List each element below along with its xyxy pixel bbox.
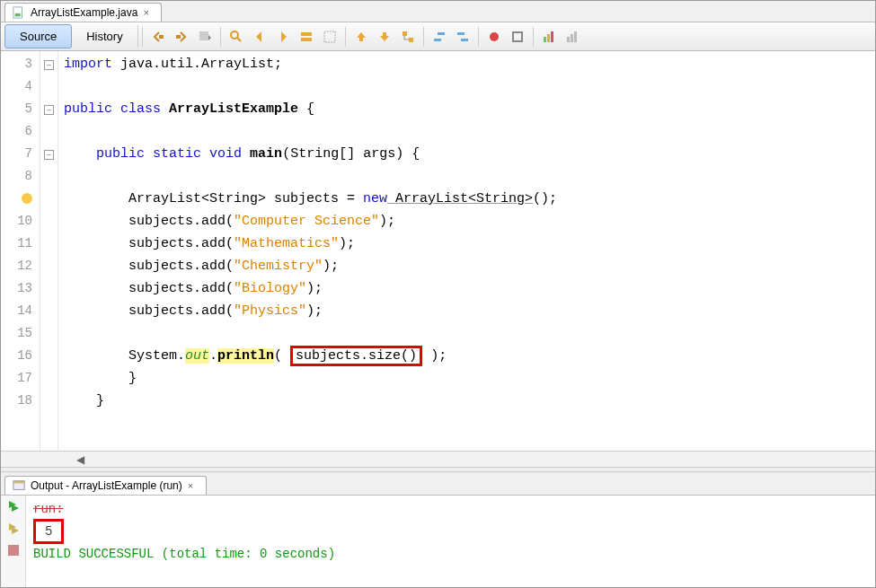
line-number: 5 — [1, 98, 32, 120]
svg-rect-25 — [567, 37, 570, 42]
line-number: 16 — [1, 345, 32, 367]
code-text: ); — [379, 214, 395, 229]
lightbulb-icon[interactable] — [22, 193, 32, 204]
svg-rect-4 — [199, 31, 208, 40]
code-text: subjects.add( — [128, 236, 234, 251]
fold-toggle-icon[interactable]: − — [44, 60, 54, 70]
keyword: class — [120, 101, 161, 117]
rerun-alt-icon[interactable] — [6, 522, 21, 539]
svg-rect-13 — [409, 38, 413, 42]
java-file-icon — [13, 6, 25, 19]
file-tab-label: ArrayListExample.java — [31, 6, 137, 19]
dropdown-icon[interactable] — [194, 26, 216, 48]
keyword: import — [64, 57, 112, 72]
file-tab[interactable]: ArrayListExample.java × — [4, 3, 162, 22]
svg-rect-18 — [457, 32, 465, 35]
horizontal-scrollbar[interactable]: ◀ — [1, 451, 875, 467]
record-icon[interactable] — [483, 26, 505, 48]
line-number: 12 — [1, 255, 32, 277]
up-icon[interactable] — [350, 26, 372, 48]
svg-rect-10 — [359, 38, 363, 41]
bars-colored-icon[interactable] — [538, 26, 560, 48]
field-ref: out — [185, 348, 209, 364]
tree-icon[interactable] — [397, 26, 419, 48]
fold-toggle-icon[interactable]: − — [44, 105, 54, 115]
highlighted-expression: subjects.size() — [290, 346, 422, 366]
fold-gutter: − − − — [40, 51, 58, 451]
code-text: ); — [306, 281, 323, 296]
stop-run-icon[interactable] — [7, 544, 20, 559]
keyword: void — [209, 146, 242, 162]
line-number: 10 — [1, 210, 32, 233]
highlight-icon[interactable] — [296, 26, 317, 48]
forward-icon[interactable] — [171, 26, 192, 48]
output-console[interactable]: run: 5 BUILD SUCCESSFUL (total time: 0 s… — [26, 496, 875, 587]
history-tab[interactable]: History — [72, 25, 137, 48]
string-literal: "Chemistry" — [234, 259, 323, 274]
source-tab[interactable]: Source — [4, 24, 72, 48]
svg-rect-30 — [8, 545, 19, 556]
code-text: ArrayList<String> subjects = — [128, 191, 363, 206]
string-literal: "Mathematics" — [234, 236, 339, 251]
toolbar-separator — [220, 27, 221, 47]
close-output-icon[interactable]: × — [188, 480, 199, 491]
selection-icon[interactable] — [319, 26, 341, 48]
line-number: 15 — [1, 322, 32, 345]
code-text: subjects.add( — [128, 281, 234, 296]
line-number: 3 — [1, 53, 32, 75]
code-area[interactable]: import java.util.ArrayList; public class… — [58, 51, 875, 451]
next-match-icon[interactable] — [272, 26, 294, 48]
toolbar-separator — [142, 27, 143, 47]
toolbar-separator — [478, 27, 479, 47]
line-number: 11 — [1, 233, 32, 255]
string-literal: "Physics" — [234, 303, 306, 319]
svg-rect-29 — [13, 481, 24, 484]
shift-right-icon[interactable] — [452, 26, 473, 48]
prev-match-icon[interactable] — [249, 26, 270, 48]
code-text: System. — [128, 348, 185, 364]
output-body: run: 5 BUILD SUCCESSFUL (total time: 0 s… — [1, 496, 875, 587]
svg-rect-21 — [513, 32, 522, 41]
close-tab-icon[interactable]: × — [143, 7, 154, 18]
svg-rect-26 — [571, 34, 573, 42]
svg-line-6 — [237, 38, 241, 41]
output-line: BUILD SUCCESSFUL (total time: 0 seconds) — [33, 544, 868, 564]
string-literal: "Computer Science" — [234, 214, 379, 229]
output-panel: Output - ArrayListExample (run) × run: 5… — [1, 472, 875, 587]
svg-rect-27 — [574, 31, 577, 42]
fold-toggle-icon[interactable]: − — [44, 150, 54, 160]
output-line: run: — [33, 499, 868, 519]
line-number: 7 — [1, 143, 32, 165]
toolbar-separator — [423, 27, 424, 47]
code-editor[interactable]: 3 4 5 6 7 8 10 11 12 13 14 15 16 17 18 −… — [1, 51, 875, 451]
keyword: static — [153, 146, 201, 162]
line-number: 14 — [1, 300, 32, 322]
scroll-left-icon[interactable]: ◀ — [76, 453, 84, 466]
output-tab-bar: Output - ArrayListExample (run) × — [1, 472, 875, 496]
svg-rect-23 — [547, 34, 550, 42]
svg-rect-11 — [383, 32, 386, 36]
method-name: main — [250, 146, 282, 162]
line-number: 18 — [1, 390, 32, 412]
rerun-icon[interactable] — [6, 499, 21, 516]
svg-rect-22 — [544, 37, 546, 42]
stop-icon[interactable] — [507, 26, 528, 48]
editor-toolbar: Source History — [1, 22, 875, 51]
keyword: public — [96, 146, 145, 162]
shift-left-icon[interactable] — [429, 26, 450, 48]
down-icon[interactable] — [374, 26, 395, 48]
back-icon[interactable] — [147, 26, 169, 48]
keyword: public — [64, 101, 112, 117]
toolbar-separator — [533, 27, 534, 47]
code-text: ); — [422, 348, 447, 364]
code-text: ); — [323, 259, 339, 274]
svg-point-5 — [231, 31, 238, 39]
svg-rect-24 — [551, 31, 553, 42]
output-icon — [13, 479, 25, 492]
svg-rect-3 — [176, 35, 181, 39]
find-icon[interactable] — [226, 26, 247, 48]
code-text: . — [209, 348, 217, 364]
code-text: ( — [274, 348, 290, 364]
bars-grey-icon[interactable] — [562, 26, 583, 48]
output-tab[interactable]: Output - ArrayListExample (run) × — [4, 476, 207, 495]
